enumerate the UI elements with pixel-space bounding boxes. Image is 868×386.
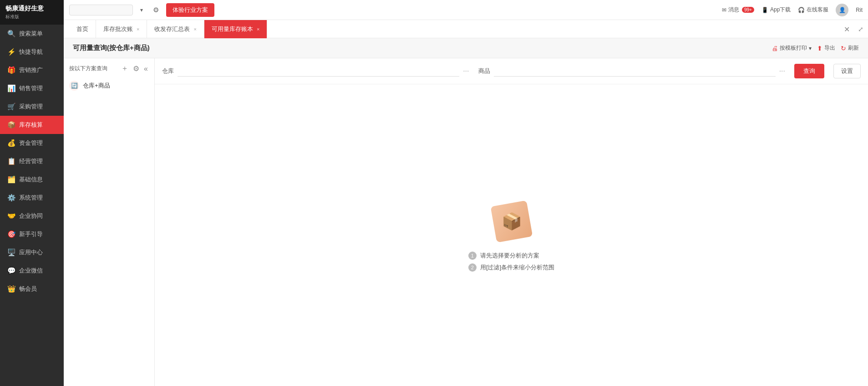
export-btn[interactable]: ⬆ 导出	[817, 44, 835, 52]
export-icon: ⬆	[817, 45, 822, 52]
search-input[interactable]	[69, 5, 133, 15]
page-title: 可用量查询(按仓库+商品)	[73, 44, 150, 52]
empty-tips: 1 请先选择要分析的方案 2 用[过滤]条件来缩小分析范围	[468, 252, 554, 272]
sidebar-item-wechat[interactable]: 💬 企业微信	[0, 262, 64, 280]
online-service-label: 在线客服	[807, 6, 828, 14]
online-service-btn[interactable]: 🎧 在线客服	[798, 6, 828, 14]
tab-collect-summary-label: 收发存汇总表	[154, 25, 190, 33]
tab-batch-ledger[interactable]: 库存批次账 ×	[96, 20, 147, 38]
filter-panel-header: 按以下方案查询 ＋ ⚙ «	[64, 64, 154, 77]
filter-settings-btn[interactable]: ⚙	[132, 64, 140, 73]
tabs-close-all-btn[interactable]: ✕	[844, 25, 850, 33]
sidebar-nav: 🔍 搜索菜单 ⚡ 快捷导航 🎁 营销推广 📊 销售管理 🛒 采购管理 📦 库存核…	[0, 25, 64, 386]
sidebar-item-new-guide[interactable]: 🎯 新手引导	[0, 225, 64, 243]
sidebar-item-sales[interactable]: 📊 销售管理	[0, 79, 64, 98]
empty-state: 1 请先选择要分析的方案 2 用[过滤]条件来缩小分析范围	[155, 84, 868, 386]
page-header-actions: 🖨 按模板打印 ▾ ⬆ 导出 ↻ 刷新	[772, 44, 859, 52]
query-settings-btn[interactable]: 设置	[833, 64, 861, 78]
export-label: 导出	[824, 44, 835, 52]
empty-tip-2: 2 用[过滤]条件来缩小分析范围	[468, 263, 554, 272]
print-icon: 🖨	[772, 45, 778, 52]
product-more-btn[interactable]: ···	[779, 67, 785, 75]
sidebar-label-member: 畅会员	[19, 285, 37, 293]
sidebar-label-finance: 资金管理	[19, 139, 43, 147]
sidebar-item-search[interactable]: 🔍 搜索菜单	[0, 25, 64, 43]
sidebar-item-finance[interactable]: 💰 资金管理	[0, 134, 64, 152]
industry-btn[interactable]: 体验行业方案	[166, 3, 214, 17]
print-dropdown-icon: ▾	[809, 45, 812, 51]
sidebar-label-basic-info: 基础信息	[19, 175, 43, 184]
filter-panel-title: 按以下方案查询	[69, 65, 107, 72]
username[interactable]: Rit	[856, 7, 863, 13]
tab-available-ledger-close[interactable]: ×	[257, 26, 259, 32]
tab-collect-summary[interactable]: 收发存汇总表 ×	[147, 20, 204, 38]
sidebar-icon-app-center: 🖥️	[7, 248, 15, 257]
tab-home[interactable]: 首页	[69, 20, 96, 38]
app-download-btn[interactable]: 📱 App下载	[761, 6, 791, 14]
filter-panel-header-actions: ＋ ⚙ «	[120, 64, 149, 73]
empty-box-icon	[490, 201, 533, 243]
search-dropdown-btn[interactable]: ▾	[137, 5, 146, 15]
message-btn[interactable]: ✉ 消息 99+	[722, 6, 754, 14]
product-field: 商品 ···	[478, 66, 786, 77]
print-template-label: 按模板打印	[780, 44, 807, 52]
tab-available-ledger-label: 可用量库存账本	[212, 25, 253, 33]
product-input[interactable]	[494, 66, 776, 77]
refresh-btn[interactable]: ↻ 刷新	[841, 44, 859, 52]
warehouse-more-btn[interactable]: ···	[463, 67, 469, 75]
sidebar-logo-title: 畅康通好生意	[5, 5, 44, 13]
query-toolbar: 仓库 ··· 商品 ··· 查询 设置	[155, 58, 868, 84]
sidebar-label-search: 搜索菜单	[19, 30, 43, 38]
tab-available-ledger[interactable]: 可用量库存账本 ×	[204, 20, 267, 38]
empty-tip-1-text: 请先选择要分析的方案	[480, 252, 539, 260]
topbar-right: ✉ 消息 99+ 📱 App下载 🎧 在线客服 👤 Rit	[722, 4, 863, 16]
filter-collapse-btn[interactable]: «	[143, 65, 149, 73]
sidebar-label-shortcut: 快捷导航	[19, 48, 43, 56]
sidebar-item-inventory[interactable]: 📦 库存核算	[0, 116, 64, 134]
empty-tip-2-text: 用[过滤]条件来缩小分析范围	[480, 263, 554, 272]
main-area: ▾ ⚙ 体验行业方案 ✉ 消息 99+ 📱 App下载 🎧 在线客服 👤 Rit	[64, 0, 868, 386]
gear-btn[interactable]: ⚙	[150, 4, 162, 16]
refresh-label: 刷新	[848, 44, 859, 52]
filter-item-warehouse-product[interactable]: 🔄 仓库+商品	[64, 77, 154, 94]
sidebar-label-inventory: 库存核算	[19, 121, 43, 129]
query-btn[interactable]: 查询	[794, 64, 824, 78]
refresh-icon: ↻	[841, 45, 846, 52]
sidebar-icon-marketing-promo: 🎁	[7, 66, 15, 74]
sidebar-icon-search: 🔍	[7, 30, 15, 38]
sidebar-item-system[interactable]: ⚙️ 系统管理	[0, 189, 64, 207]
page-header: 可用量查询(按仓库+商品) 🖨 按模板打印 ▾ ⬆ 导出 ↻ 刷新	[64, 38, 868, 58]
sidebar-item-purchase[interactable]: 🛒 采购管理	[0, 98, 64, 116]
sidebar-item-app-center[interactable]: 🖥️ 应用中心	[0, 243, 64, 262]
warehouse-field: 仓库 ···	[162, 66, 469, 77]
sidebar-item-operation[interactable]: 📋 经营管理	[0, 152, 64, 170]
sidebar-label-sales: 销售管理	[19, 84, 43, 93]
tab-batch-ledger-close[interactable]: ×	[137, 26, 139, 32]
sidebar-icon-new-guide: 🎯	[7, 230, 15, 238]
sidebar-icon-wechat: 💬	[7, 267, 15, 275]
sidebar-item-basic-info[interactable]: 🗂️ 基础信息	[0, 170, 64, 189]
sidebar-logo-subtitle: 标准版	[5, 14, 19, 20]
tab-collect-summary-close[interactable]: ×	[193, 26, 196, 32]
sidebar-item-shortcut[interactable]: ⚡ 快捷导航	[0, 43, 64, 61]
sidebar-label-operation: 经营管理	[19, 157, 43, 165]
filter-add-btn[interactable]: ＋	[120, 64, 129, 73]
sidebar-icon-cooperation: 🤝	[7, 212, 15, 220]
tip-num-1: 1	[468, 252, 477, 260]
print-template-btn[interactable]: 🖨 按模板打印 ▾	[772, 44, 812, 52]
sidebar-icon-inventory: 📦	[7, 121, 15, 129]
tabs-expand-btn[interactable]: ⤢	[858, 26, 863, 33]
filter-item-label: 仓库+商品	[83, 82, 110, 90]
sidebar-item-cooperation[interactable]: 🤝 企业协同	[0, 207, 64, 225]
sidebar: 畅康通好生意 标准版 🔍 搜索菜单 ⚡ 快捷导航 🎁 营销推广 📊 销售管理 🛒…	[0, 0, 64, 386]
sidebar-label-wechat: 企业微信	[19, 267, 43, 275]
query-area: 仓库 ··· 商品 ··· 查询 设置 1	[155, 58, 868, 386]
sidebar-icon-sales: 📊	[7, 84, 15, 93]
sidebar-item-marketing-promo[interactable]: 🎁 营销推广	[0, 61, 64, 79]
online-service-icon: 🎧	[798, 7, 805, 13]
tabs-bar: 首页 库存批次账 × 收发存汇总表 × 可用量库存账本 × ✕ ⤢	[64, 20, 868, 38]
sidebar-item-member[interactable]: 👑 畅会员	[0, 280, 64, 298]
sidebar-icon-operation: 📋	[7, 157, 15, 165]
message-label: 消息	[728, 6, 739, 14]
warehouse-input[interactable]	[178, 66, 459, 77]
